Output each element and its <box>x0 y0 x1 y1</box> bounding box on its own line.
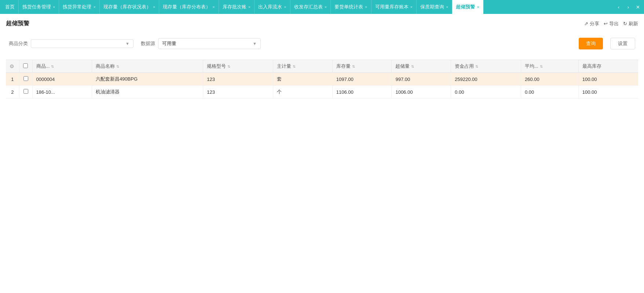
row-num: 1 <box>6 73 19 86</box>
nav-tab-close-10[interactable]: × <box>446 5 448 9</box>
stock-cell: 1097.00 <box>332 73 392 86</box>
nav-tab-8[interactable]: 要货单统计表× <box>331 0 371 14</box>
overstock-col-header[interactable]: 超储量⇅ <box>392 60 451 73</box>
nav-tab-1[interactable]: 拣货任务管理× <box>19 0 59 14</box>
stock-col-header[interactable]: 库存量⇅ <box>332 60 392 73</box>
overstock-cell: 1006.00 <box>392 86 451 99</box>
share-icon: ⇗ <box>584 21 588 26</box>
nav-tab-close-1[interactable]: × <box>53 5 55 9</box>
page-content: 超储预警 ⇗ 分享 ↩ 导出 ↻ 刷新 商品分类 ▼ 数据源 <box>0 14 644 293</box>
nav-tab-11[interactable]: 超储预警× <box>452 0 483 14</box>
nav-tab-close-5[interactable]: × <box>248 5 250 9</box>
nav-tab-close-4[interactable]: × <box>212 5 215 9</box>
filter-row: 商品分类 ▼ 数据源 可用量 ▼ 查询 设置 <box>6 33 638 54</box>
product-name-cell: 六配套新昌490BPG <box>92 73 203 86</box>
datasource-select[interactable]: 可用量 ▼ <box>158 38 261 49</box>
product-name-cell: 机油滤清器 <box>92 86 203 99</box>
nav-prev-btn[interactable]: ‹ <box>614 0 623 14</box>
product-code-col-header[interactable]: 商品...⇅ <box>32 60 92 73</box>
query-button[interactable]: 查询 <box>579 38 603 49</box>
datasource-label: 数据源 <box>141 40 155 47</box>
avg-cell: 0.00 <box>521 86 578 99</box>
page-header: 超储预警 ⇗ 分享 ↩ 导出 ↻ 刷新 <box>6 20 638 27</box>
table-header-row: ⚙ 商品...⇅ 商品名称⇅ 规格型号⇅ 主计量⇅ 库存量⇅ 超储量⇅ 资金占用… <box>6 60 638 73</box>
nav-tab-4[interactable]: 现存量（库存分布表）× <box>159 0 219 14</box>
product-name-col-header[interactable]: 商品名称⇅ <box>92 60 203 73</box>
spec-col-header[interactable]: 规格型号⇅ <box>203 60 273 73</box>
settings-col-header[interactable]: ⚙ <box>6 60 19 73</box>
select-all-checkbox[interactable] <box>23 63 28 68</box>
overstock-cell: 997.00 <box>392 73 451 86</box>
gear-icon[interactable]: ⚙ <box>10 63 14 69</box>
datasource-filter: 数据源 可用量 ▼ <box>141 38 261 49</box>
nav-tab-7[interactable]: 收发存汇总表× <box>290 0 331 14</box>
unit-cell: 套 <box>273 73 333 86</box>
table-row[interactable]: 1 0000004 六配套新昌490BPG 123 套 1097.00 997.… <box>6 73 638 86</box>
nav-tab-close-2[interactable]: × <box>93 5 95 9</box>
avg-cell: 260.00 <box>521 73 578 86</box>
datasource-value: 可用量 <box>162 40 176 47</box>
row-num: 2 <box>6 86 19 99</box>
row-checkbox[interactable] <box>23 89 28 94</box>
header-actions: ⇗ 分享 ↩ 导出 ↻ 刷新 <box>584 21 638 27</box>
product-code-cell: 0000004 <box>32 73 92 86</box>
checkbox-col-header[interactable] <box>19 60 32 73</box>
unit-col-header[interactable]: 主计量⇅ <box>273 60 333 73</box>
nav-tab-9[interactable]: 可用量库存账本× <box>372 0 417 14</box>
nav-arrows: ‹ › ✕ <box>614 0 643 14</box>
top-nav: 首页拣货任务管理×拣货异常处理×现存量（库存状况表）×现存量（库存分布表）×库存… <box>0 0 644 14</box>
max-stock-cell: 100.00 <box>578 86 638 99</box>
product-code-cell: 186-10... <box>32 86 92 99</box>
capital-col-header[interactable]: 资金占用⇅ <box>451 60 521 73</box>
table-row[interactable]: 2 186-10... 机油滤清器 123 个 1106.00 1006.00 … <box>6 86 638 99</box>
settings-button[interactable]: 设置 <box>610 38 635 49</box>
refresh-button[interactable]: ↻ 刷新 <box>623 21 638 27</box>
chevron-down-icon-2: ▼ <box>253 41 257 46</box>
row-checkbox[interactable] <box>23 76 28 81</box>
capital-cell: 0.00 <box>451 86 521 99</box>
nav-tab-10[interactable]: 保质期查询× <box>417 0 452 14</box>
max-stock-col-header[interactable]: 最高库存 <box>578 60 638 73</box>
nav-tab-close-6[interactable]: × <box>284 5 286 9</box>
nav-tab-2[interactable]: 拣货异常处理× <box>59 0 99 14</box>
unit-cell: 个 <box>273 86 333 99</box>
nav-tab-close-3[interactable]: × <box>153 5 155 9</box>
category-filter: 商品分类 ▼ <box>9 39 133 48</box>
nav-tab-3[interactable]: 现存量（库存状况表）× <box>100 0 159 14</box>
nav-tab-5[interactable]: 库存批次账× <box>219 0 255 14</box>
share-button[interactable]: ⇗ 分享 <box>584 21 599 27</box>
export-icon: ↩ <box>604 21 608 26</box>
export-button[interactable]: ↩ 导出 <box>604 21 619 27</box>
stock-cell: 1106.00 <box>332 86 392 99</box>
capital-cell: 259220.00 <box>451 73 521 86</box>
avg-col-header[interactable]: 平均...⇅ <box>521 60 578 73</box>
refresh-icon: ↻ <box>623 21 627 26</box>
nav-tab-close-8[interactable]: × <box>365 5 367 9</box>
data-table: ⚙ 商品...⇅ 商品名称⇅ 规格型号⇅ 主计量⇅ 库存量⇅ 超储量⇅ 资金占用… <box>6 60 638 99</box>
max-stock-cell: 100.00 <box>578 73 638 86</box>
nav-tab-6[interactable]: 出入库流水× <box>255 0 290 14</box>
category-select[interactable]: ▼ <box>31 39 133 48</box>
nav-tab-close-11[interactable]: × <box>477 5 479 9</box>
category-label: 商品分类 <box>9 40 28 47</box>
spec-cell: 123 <box>203 86 273 99</box>
row-checkbox-cell[interactable] <box>19 86 32 99</box>
page-title: 超储预警 <box>6 20 29 27</box>
chevron-down-icon: ▼ <box>125 41 129 46</box>
nav-tab-0[interactable]: 首页 <box>1 0 19 14</box>
nav-tab-close-9[interactable]: × <box>410 5 413 9</box>
row-checkbox-cell[interactable] <box>19 73 32 86</box>
nav-expand-btn[interactable]: ✕ <box>633 0 643 14</box>
nav-next-btn[interactable]: › <box>623 0 633 14</box>
nav-tab-close-7[interactable]: × <box>325 5 327 9</box>
spec-cell: 123 <box>203 73 273 86</box>
